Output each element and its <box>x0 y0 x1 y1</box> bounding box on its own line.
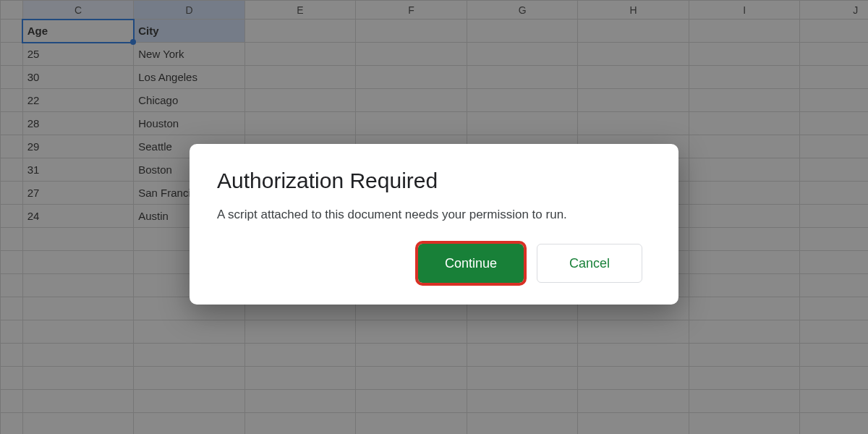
modal-overlay: Authorization Required A script attached… <box>0 0 868 434</box>
authorization-dialog: Authorization Required A script attached… <box>190 144 678 305</box>
dialog-title: Authorization Required <box>217 169 651 193</box>
cancel-button[interactable]: Cancel <box>537 244 642 283</box>
dialog-button-row: Continue Cancel <box>217 244 651 283</box>
dialog-message: A script attached to this document needs… <box>217 208 651 222</box>
continue-button[interactable]: Continue <box>418 244 524 283</box>
